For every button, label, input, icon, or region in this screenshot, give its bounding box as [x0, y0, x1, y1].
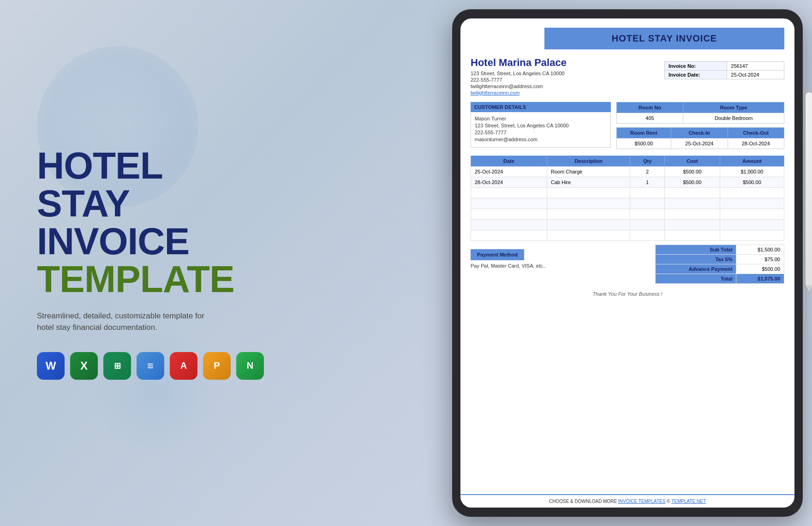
thank-you: Thank You For Your Business !: [471, 291, 784, 297]
tax-value: $75.00: [736, 255, 784, 264]
word-icon: W: [37, 352, 65, 380]
sub-total-label: Sub Total: [656, 245, 736, 255]
bottom-section: Payment Method Pay Pal, Master Card, VIS…: [471, 245, 784, 284]
qty-cell: 2: [630, 167, 665, 177]
excel-icon: X: [70, 352, 98, 380]
subtitle: Streamlined, detailed, customizable temp…: [37, 310, 212, 334]
invoice-no-value: 256147: [727, 62, 784, 71]
amount-header: Amount: [720, 156, 784, 167]
customer-phone: 222-555-7777: [475, 130, 607, 135]
room-rent-value: $500.00: [616, 138, 671, 149]
invoice-meta-table: Invoice No: 256147 Invoice Date: 25-Oct-…: [664, 61, 784, 79]
amount-cell: $1,000.00: [720, 167, 784, 177]
cost-cell: [664, 209, 720, 220]
main-title: HOTEL STAY INVOICE TEMPLATE: [37, 147, 245, 298]
tax-label: Tax 5%: [656, 255, 736, 264]
description-cell: [547, 230, 630, 241]
room-no-value: 405: [616, 113, 683, 124]
description-cell: [547, 220, 630, 230]
description-cell: Room Charge: [547, 167, 630, 177]
amount-cell: [720, 209, 784, 220]
cost-cell: [664, 188, 720, 198]
room-no-header: Room No: [616, 102, 683, 113]
totals-table: Sub Total $1,500.00 Tax 5% $75.00 Advanc…: [655, 245, 784, 284]
amount-cell: [720, 198, 784, 209]
room-section: Room No Room Type 405 Double Bedroom Roo…: [616, 102, 784, 149]
invoice-date-label: Invoice Date:: [665, 71, 727, 79]
customer-header: CUSTOMER DETAILS: [471, 102, 611, 112]
qty-cell: [630, 220, 665, 230]
date-cell: 28-Oct-2024: [471, 177, 547, 188]
footer-link1[interactable]: INVOICE TEMPLATES: [618, 499, 665, 504]
total-label: Total: [656, 274, 736, 284]
checkout-header: Check-Out: [728, 128, 784, 138]
invoice-title: HOTEL STAY INVOICE: [544, 28, 784, 49]
cost-cell: [664, 230, 720, 241]
qty-cell: [630, 230, 665, 241]
hotel-email: twilightterraceinn@address.com: [471, 84, 632, 89]
table-row: [471, 230, 784, 241]
customer-section: CUSTOMER DETAILS Mason Turner 123 Street…: [471, 102, 611, 149]
room-type-table: Room No Room Type 405 Double Bedroom: [616, 102, 784, 124]
checkout-value: 28-Oct-2024: [728, 138, 784, 149]
footer-separator: ©: [667, 499, 671, 504]
description-cell: [547, 188, 630, 198]
cost-cell: [664, 220, 720, 230]
hotel-address: 123 Street, Street, Los Angeles CA 10000: [471, 71, 632, 76]
amount-cell: [720, 230, 784, 241]
table-row: [471, 198, 784, 209]
items-table: Date Description Qty Cost Amount 25-Oct-…: [471, 155, 784, 241]
advance-value: $500.00: [736, 264, 784, 274]
amount-cell: [720, 220, 784, 230]
qty-cell: [630, 209, 665, 220]
date-header: Date: [471, 156, 547, 167]
left-panel: HOTEL STAY INVOICE TEMPLATE Streamlined,…: [0, 0, 272, 526]
hotel-phone: 222-555-7777: [471, 77, 632, 83]
pages-icon: P: [203, 352, 231, 380]
table-row: [471, 188, 784, 198]
qty-cell: [630, 188, 665, 198]
advance-label: Advance Payment: [656, 264, 736, 274]
description-cell: [547, 209, 630, 220]
app-icons-row: W X ⊞ ≡ A P N: [37, 352, 245, 380]
qty-header: Qty: [630, 156, 665, 167]
description-header: Description: [547, 156, 630, 167]
amount-cell: $500.00: [720, 177, 784, 188]
date-cell: [471, 209, 547, 220]
invoice-date-value: 25-Oct-2024: [727, 71, 784, 79]
date-cell: [471, 188, 547, 198]
invoice-content: HOTEL STAY INVOICE Hotel Marina Palace 1…: [460, 18, 794, 494]
hotel-website[interactable]: twilightterraceinn.com: [471, 90, 632, 96]
payment-section: Payment Method Pay Pal, Master Card, VIS…: [471, 245, 655, 284]
cost-cell: $500.00: [664, 177, 720, 188]
sub-total-value: $1,500.00: [736, 245, 784, 255]
description-cell: Cab Hire: [547, 177, 630, 188]
payment-method-label: Payment Method: [471, 249, 524, 260]
room-dates-table: Room Rent Check-In Check-Out $500.00 25-…: [616, 127, 784, 149]
payment-method-text: Pay Pal, Master Card, VISA, etc..: [471, 263, 648, 269]
description-cell: [547, 198, 630, 209]
customer-name: Mason Turner: [475, 116, 607, 121]
checkin-header: Check-In: [671, 128, 728, 138]
ipad-frame: HOTEL STAY INVOICE Hotel Marina Palace 1…: [452, 9, 803, 517]
table-row: 28-Oct-2024Cab Hire1$500.00$500.00: [471, 177, 784, 188]
acrobat-icon: A: [170, 352, 197, 380]
total-value: $1,075.00: [736, 274, 784, 284]
invoice-no-label: Invoice No:: [665, 62, 727, 71]
footer-link2[interactable]: TEMPLATE.NET: [671, 499, 706, 504]
hotel-name: Hotel Marina Palace: [471, 57, 632, 69]
room-type-header: Room Type: [683, 102, 784, 113]
table-row: [471, 209, 784, 220]
amount-cell: [720, 188, 784, 198]
numbers-icon: N: [236, 352, 264, 380]
apple-pencil: [806, 92, 812, 286]
cost-cell: $500.00: [664, 167, 720, 177]
docs-icon: ≡: [137, 352, 164, 380]
date-cell: [471, 230, 547, 241]
room-type-value: Double Bedroom: [683, 113, 784, 124]
ipad-container: HOTEL STAY INVOICE Hotel Marina Palace 1…: [452, 9, 803, 517]
footer-text: CHOOSE & DOWNLOAD MORE: [549, 499, 617, 504]
cost-cell: [664, 198, 720, 209]
checkin-value: 25-Oct-2024: [671, 138, 728, 149]
date-cell: 25-Oct-2024: [471, 167, 547, 177]
